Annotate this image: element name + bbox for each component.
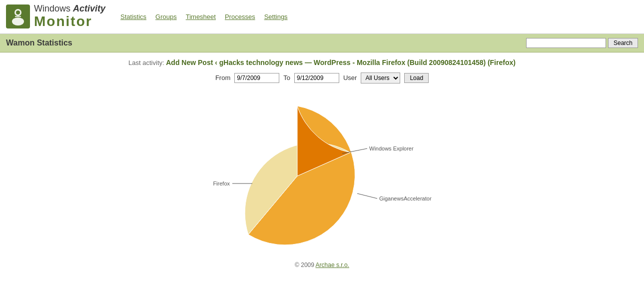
logo-italic: Activity	[73, 4, 105, 14]
app-header: Windows Activity Monitor Statistics Grou…	[0, 0, 644, 34]
last-activity: Last activity: Add New Post ‹ gHacks tec…	[10, 58, 634, 66]
search-input[interactable]	[526, 38, 606, 48]
last-activity-app: (Firefox)	[488, 58, 516, 66]
page-title: Wamon Statistics	[6, 38, 72, 48]
title-bar: Wamon Statistics Search	[0, 34, 644, 52]
svg-point-2	[16, 10, 20, 14]
logo-icon	[6, 4, 30, 28]
svg-text:Firefox: Firefox	[213, 180, 230, 186]
to-input[interactable]	[294, 73, 339, 83]
svg-rect-3	[15, 16, 21, 17]
copyright: © 2009	[295, 262, 314, 268]
svg-text:Windows Explorer: Windows Explorer	[369, 146, 414, 152]
svg-point-1	[12, 18, 24, 26]
logo-line1: Windows Activity	[34, 4, 105, 14]
footer-link[interactable]: Archae s.r.o.	[316, 262, 349, 268]
from-input[interactable]	[234, 73, 279, 83]
footer: © 2009 Archae s.r.o.	[10, 254, 634, 276]
search-area: Search	[526, 38, 638, 48]
main-content: Last activity: Add New Post ‹ gHacks tec…	[0, 52, 644, 282]
last-activity-value: Add New Post ‹ gHacks technology news — …	[166, 58, 486, 66]
from-label: From	[215, 74, 230, 82]
load-button[interactable]: Load	[404, 73, 429, 83]
logo-text: Windows Activity Monitor	[34, 4, 105, 30]
nav-statistics[interactable]: Statistics	[120, 13, 146, 20]
filter-row: From To User All Users Load	[10, 72, 634, 84]
nav-groups[interactable]: Groups	[155, 13, 177, 20]
nav-settings[interactable]: Settings	[264, 13, 288, 20]
nav-processes[interactable]: Processes	[225, 13, 255, 20]
pie-chart: Firefox Windows Explorer GiganewsAcceler…	[172, 94, 472, 254]
chart-area: Firefox Windows Explorer GiganewsAcceler…	[172, 94, 472, 254]
search-button[interactable]: Search	[608, 38, 638, 48]
main-nav: Statistics Groups Timesheet Processes Se…	[120, 13, 288, 20]
nav-timesheet[interactable]: Timesheet	[186, 13, 216, 20]
svg-line-8	[357, 194, 377, 198]
last-activity-label: Last activity:	[128, 59, 164, 66]
logo-line2: Monitor	[34, 14, 105, 30]
logo: Windows Activity Monitor	[6, 4, 105, 30]
user-label: User	[343, 74, 357, 82]
to-label: To	[283, 74, 290, 82]
user-select[interactable]: All Users	[361, 72, 400, 84]
svg-text:GiganewsAccelerator: GiganewsAccelerator	[379, 196, 432, 202]
